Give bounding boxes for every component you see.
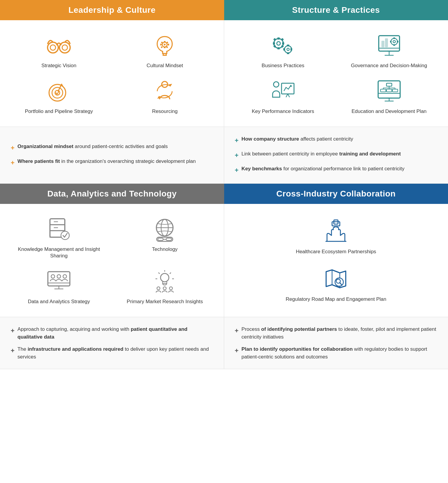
org-chart-icon — [376, 78, 403, 105]
kpi-cell: Key Performance Indicators — [235, 75, 331, 118]
svg-rect-38 — [287, 52, 289, 54]
target-arrow-icon — [45, 78, 72, 105]
education-cell: Education and Development Plan — [341, 75, 437, 118]
globe-vr-icon — [151, 216, 178, 243]
svg-point-5 — [164, 44, 166, 45]
svg-rect-7 — [164, 47, 166, 48]
governance-label: Governance and Decision-Making — [351, 62, 427, 69]
governance-cell: Governance and Decision-Making — [341, 29, 437, 72]
svg-point-92 — [51, 275, 55, 278]
bullet-plus-8: + — [235, 326, 239, 336]
svg-point-93 — [57, 275, 61, 278]
structure-bullets: + How company structure affects patient … — [224, 127, 448, 184]
svg-point-104 — [169, 287, 172, 290]
svg-rect-64 — [386, 83, 392, 86]
svg-rect-12 — [161, 46, 163, 48]
structure-icon-row-1: Business Practices — [230, 29, 442, 72]
structure-bullet-2-text: Link between patient centricity in emplo… — [241, 150, 401, 158]
portfolio-label: Portfolio and Pipeline Strategy — [25, 108, 93, 115]
bullet-plus-6: + — [11, 326, 15, 336]
data-icon-row-1: Knowledge Management and Insight Sharing — [6, 213, 218, 262]
svg-rect-9 — [168, 44, 169, 45]
leadership-bullet-1: + Organizational mindset around patient-… — [11, 143, 213, 153]
svg-rect-47 — [385, 39, 388, 47]
bullet-plus-3: + — [235, 136, 239, 145]
svg-rect-32 — [281, 38, 284, 41]
map-search-icon — [323, 266, 349, 292]
leadership-title: Leadership & Culture — [68, 5, 155, 15]
data-header: Data, Analytics and Technology — [0, 184, 224, 204]
leadership-header: Leadership & Culture — [0, 0, 224, 20]
data-icons: Knowledge Management and Insight Sharing — [0, 204, 224, 317]
main-grid: Leadership & Culture Structure & Practic… — [0, 0, 448, 369]
leadership-bullet-1-text: Organizational mindset around patient-ce… — [18, 143, 168, 150]
lightbulb-people-icon — [151, 268, 178, 295]
structure-header: Structure & Practices — [224, 0, 448, 20]
bullet-plus-1: + — [11, 143, 15, 153]
primary-market-label: Primary Market Research Insights — [127, 298, 203, 305]
chart-gear-icon — [376, 32, 403, 59]
svg-rect-29 — [273, 42, 275, 45]
healthcare-hands-icon — [323, 218, 349, 245]
resourcing-label: Resourcing — [152, 108, 177, 115]
svg-rect-28 — [277, 47, 280, 49]
bullet-plus-7: + — [11, 346, 15, 355]
knowledge-mgmt-label: Knowledge Management and Insight Sharing — [13, 246, 105, 259]
data-bullet-2-text: The infrastructure and applications requ… — [18, 345, 213, 361]
svg-line-98 — [170, 273, 171, 274]
business-practices-cell: Business Practices — [235, 29, 331, 72]
recycle-person-icon — [151, 78, 178, 105]
svg-line-57 — [288, 94, 290, 97]
svg-rect-46 — [382, 41, 384, 47]
strategic-vision-label: Strategic Vision — [41, 62, 76, 69]
data-analytics-label: Data and Analytics Strategy — [28, 298, 90, 305]
svg-point-79 — [61, 231, 69, 240]
regulatory-roadmap-label: Regulatory Road Map and Engagement Plan — [286, 296, 386, 303]
collaboration-bullet-2-text: Plan to identify opportunities for colla… — [241, 345, 437, 361]
leadership-icon-row-1: Strategic Vision — [6, 29, 218, 72]
leadership-icons: Strategic Vision — [0, 20, 224, 127]
education-label: Education and Development Plan — [351, 108, 426, 115]
cultural-mindset-label: Cultural Mindset — [147, 62, 183, 69]
collaboration-icons: Healthcare Ecosystem Partnerships Regula… — [224, 204, 448, 317]
structure-title: Structure & Practices — [292, 5, 380, 15]
structure-icon-row-2: Key Performance Indicators — [230, 75, 442, 118]
regulatory-roadmap-cell: Regulatory Road Map and Engagement Plan — [272, 263, 400, 306]
svg-rect-52 — [390, 41, 392, 43]
svg-rect-6 — [164, 41, 166, 43]
data-icon-row-2: Data and Analytics Strategy — [6, 265, 218, 308]
svg-point-3 — [62, 45, 67, 50]
svg-rect-50 — [393, 37, 395, 39]
bullet-plus-9: + — [235, 346, 239, 355]
binoculars-icon — [45, 32, 72, 59]
technology-cell: Technology — [117, 213, 213, 256]
svg-point-48 — [391, 38, 397, 45]
structure-bullet-1: + How company structure affects patient … — [235, 135, 438, 145]
knowledge-mgmt-cell: Knowledge Management and Insight Sharing — [11, 213, 107, 262]
kpi-label: Key Performance Indicators — [252, 108, 314, 115]
data-analytics-cell: Data and Analytics Strategy — [11, 265, 107, 308]
svg-point-17 — [49, 84, 66, 101]
leadership-bullet-2: + Where patients fit in the organization… — [11, 158, 213, 168]
svg-rect-31 — [273, 38, 276, 41]
structure-bullet-3-text: Key benchmarks for organizational perfor… — [241, 165, 404, 173]
svg-point-1 — [59, 42, 70, 53]
healthcare-ecosystem-label: Healthcare Ecosystem Partnerships — [296, 248, 376, 255]
healthcare-ecosystem-cell: Healthcare Ecosystem Partnerships — [272, 215, 400, 258]
collaboration-bullet-1: + Process of identifying potential partn… — [235, 325, 438, 341]
technology-label: Technology — [152, 246, 177, 253]
svg-rect-8 — [160, 44, 162, 45]
svg-point-94 — [63, 275, 67, 278]
collaboration-bullet-2: + Plan to identify opportunities for col… — [235, 345, 438, 361]
structure-bullet-2: + Link between patient centricity in emp… — [235, 150, 438, 160]
collaboration-title: Cross-Industry Collaboration — [276, 189, 396, 198]
svg-rect-39 — [283, 48, 285, 51]
svg-point-18 — [52, 87, 63, 98]
leadership-bullet-2-text: Where patients fit in the organization's… — [18, 158, 196, 165]
svg-point-95 — [161, 273, 169, 282]
svg-point-102 — [157, 287, 160, 290]
database-check-icon — [45, 216, 72, 243]
bullet-plus-5: + — [235, 165, 239, 175]
resourcing-cell: Resourcing — [117, 75, 213, 118]
svg-point-0 — [48, 42, 58, 53]
